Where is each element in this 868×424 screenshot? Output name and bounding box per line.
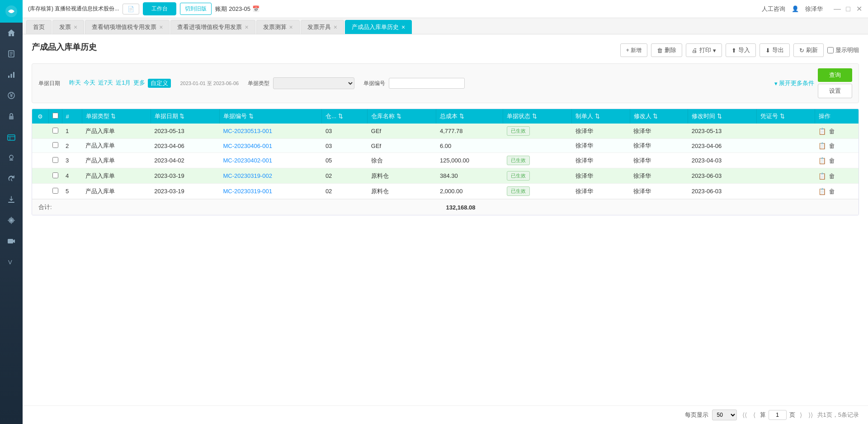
- th-voucher-no[interactable]: 凭证号 ⇅: [757, 109, 815, 124]
- row-delete-icon[interactable]: 🗑: [829, 172, 835, 180]
- row-edit-icon[interactable]: 📋: [818, 172, 826, 180]
- row-doc-no[interactable]: MC-20230406-001: [219, 139, 321, 153]
- th-doc-type[interactable]: 单据类型 ⇅: [82, 109, 151, 124]
- th-warehouse-name[interactable]: 仓库名称 ⇅: [368, 109, 436, 124]
- date-today[interactable]: 今天: [84, 79, 95, 88]
- th-settings[interactable]: ⚙: [32, 109, 48, 124]
- page-size-select[interactable]: 50 20 100 200: [712, 410, 737, 420]
- doc-icon-btn[interactable]: 📄: [123, 4, 139, 14]
- date-more[interactable]: 更多: [133, 79, 145, 88]
- expand-btn[interactable]: ▾ 展开更多条件: [774, 79, 814, 87]
- workbench-btn[interactable]: 工作台: [143, 2, 176, 15]
- tab-invoice-issue[interactable]: 发票开具 ×: [301, 20, 344, 34]
- th-warehouse-code[interactable]: 仓... ⇅: [322, 109, 368, 124]
- date-1month[interactable]: 近1月: [116, 79, 131, 88]
- minimize-btn[interactable]: —: [834, 5, 841, 13]
- sidebar-item-settings[interactable]: [0, 210, 23, 231]
- row-settings[interactable]: [32, 124, 48, 139]
- tab-invoice-issue-close[interactable]: ×: [334, 24, 337, 30]
- tab-invoice-calc[interactable]: 发票测算 ×: [256, 20, 300, 34]
- sidebar-item-lock[interactable]: [0, 106, 23, 127]
- sidebar-item-cycle[interactable]: [0, 168, 23, 189]
- tab-product-history[interactable]: 产成品入库单历史 ×: [345, 20, 412, 34]
- row-doc-no[interactable]: MC-20230402-001: [219, 153, 321, 168]
- new-btn[interactable]: + 新增: [620, 43, 647, 57]
- row-edit-icon[interactable]: 📋: [818, 188, 826, 195]
- doc-no-link[interactable]: MC-20230319-001: [223, 188, 272, 195]
- next-page-btn[interactable]: ⟩: [798, 410, 804, 419]
- row-checkbox[interactable]: [48, 168, 62, 184]
- delete-btn[interactable]: 🗑 删除: [651, 43, 682, 57]
- query-btn[interactable]: 查询: [818, 68, 852, 82]
- th-doc-date[interactable]: 单据日期 ⇅: [151, 109, 219, 124]
- date-custom[interactable]: 自定义: [148, 79, 171, 88]
- sidebar-item-chart[interactable]: [0, 64, 23, 85]
- calendar-icon[interactable]: 📅: [252, 5, 259, 12]
- doc-no-link[interactable]: MC-20230513-001: [223, 128, 272, 134]
- row-delete-icon[interactable]: 🗑: [829, 128, 835, 135]
- row-doc-no[interactable]: MC-20230319-001: [219, 184, 321, 199]
- tab-product-history-close[interactable]: ×: [401, 24, 405, 30]
- prev-page-btn[interactable]: ⟨: [751, 410, 757, 419]
- th-modifier[interactable]: 修改人 ⇅: [630, 109, 688, 124]
- tab-sales-vat-close[interactable]: ×: [159, 24, 163, 30]
- tab-invoice[interactable]: 发票 ×: [52, 20, 84, 34]
- print-btn[interactable]: 🖨 打印 ▾: [686, 43, 722, 57]
- sidebar-item-stamp[interactable]: [0, 148, 23, 168]
- row-settings[interactable]: [32, 139, 48, 153]
- row-checkbox[interactable]: [48, 184, 62, 199]
- page-num-input[interactable]: [769, 410, 787, 420]
- import-btn[interactable]: ⬆ 导入: [726, 43, 756, 57]
- row-doc-no[interactable]: MC-20230513-001: [219, 124, 321, 139]
- close-btn[interactable]: ✕: [855, 5, 863, 13]
- th-creator[interactable]: 制单人 ⇅: [572, 109, 630, 124]
- doc-no-link[interactable]: MC-20230402-001: [223, 157, 272, 164]
- row-delete-icon[interactable]: 🗑: [829, 157, 835, 164]
- th-total-cost[interactable]: 总成本 ⇅: [436, 109, 503, 124]
- tab-sales-vat[interactable]: 查看销项增值税专用发票 ×: [85, 20, 170, 34]
- row-settings[interactable]: [32, 184, 48, 199]
- row-checkbox[interactable]: [48, 153, 62, 168]
- date-7days[interactable]: 近7天: [98, 79, 113, 88]
- sidebar-item-tax[interactable]: ¥: [0, 85, 23, 106]
- user-name[interactable]: 徐泽华: [805, 5, 823, 13]
- row-edit-icon[interactable]: 📋: [818, 128, 826, 135]
- th-doc-status[interactable]: 单据状态 ⇅: [503, 109, 572, 124]
- sidebar-item-home[interactable]: [0, 23, 23, 43]
- sidebar-item-version[interactable]: V: [0, 252, 23, 272]
- print-chevron[interactable]: ▾: [713, 47, 716, 54]
- tab-purchase-vat[interactable]: 查看进项增值税专用发票 ×: [170, 20, 255, 34]
- first-page-btn[interactable]: ⟨⟨: [741, 410, 749, 419]
- row-checkbox[interactable]: [48, 139, 62, 153]
- tab-invoice-calc-close[interactable]: ×: [289, 24, 293, 30]
- export-btn[interactable]: ⬇ 导出: [760, 43, 790, 57]
- row-edit-icon[interactable]: 📋: [818, 157, 826, 164]
- th-doc-no[interactable]: 单据编号 ⇅: [219, 109, 321, 124]
- set-btn[interactable]: 设置: [818, 84, 852, 98]
- sidebar-item-video[interactable]: [0, 231, 23, 252]
- th-modify-time[interactable]: 修改时间 ⇅: [688, 109, 757, 124]
- prev-period-btn[interactable]: 切到旧版: [180, 3, 212, 15]
- maximize-btn[interactable]: □: [844, 5, 852, 13]
- row-edit-icon[interactable]: 📋: [818, 142, 826, 149]
- doc-no-input[interactable]: [389, 78, 465, 89]
- sidebar-item-document[interactable]: [0, 43, 23, 64]
- th-checkbox[interactable]: [48, 109, 62, 124]
- refresh-btn[interactable]: ↻ 刷新: [793, 43, 824, 57]
- row-doc-no[interactable]: MC-20230319-002: [219, 168, 321, 184]
- last-page-btn[interactable]: ⟩⟩: [807, 410, 815, 419]
- row-settings[interactable]: [32, 168, 48, 184]
- row-delete-icon[interactable]: 🗑: [829, 188, 835, 195]
- doc-type-select[interactable]: [273, 77, 354, 89]
- row-delete-icon[interactable]: 🗑: [829, 142, 835, 149]
- row-settings[interactable]: [32, 153, 48, 168]
- display-col-checkbox[interactable]: [827, 47, 834, 53]
- select-all-checkbox[interactable]: [52, 113, 58, 119]
- sidebar-item-inventory[interactable]: [0, 127, 23, 148]
- doc-no-link[interactable]: MC-20230319-002: [223, 172, 272, 179]
- tab-purchase-vat-close[interactable]: ×: [245, 24, 248, 30]
- date-yesterday[interactable]: 昨天: [69, 79, 81, 88]
- tab-invoice-close[interactable]: ×: [74, 24, 77, 30]
- tab-home[interactable]: 首页: [26, 20, 52, 34]
- doc-no-link[interactable]: MC-20230406-001: [223, 143, 272, 149]
